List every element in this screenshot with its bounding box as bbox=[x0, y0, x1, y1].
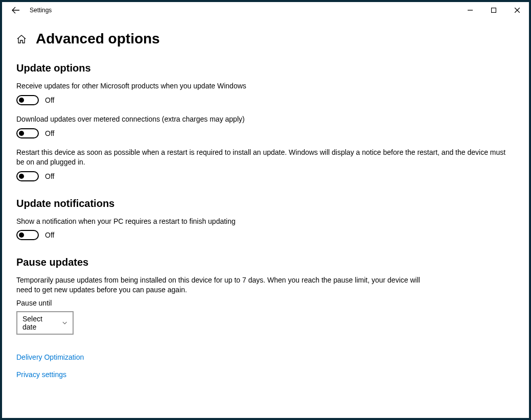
toggle-notify[interactable] bbox=[16, 230, 39, 240]
toggle-row-receive-updates: Off bbox=[16, 95, 515, 105]
maximize-icon bbox=[491, 8, 496, 13]
section-update-notifications-title: Update notifications bbox=[16, 198, 515, 209]
toggle-metered[interactable] bbox=[16, 128, 39, 138]
pause-until-label: Pause until bbox=[16, 299, 515, 307]
toggle-receive-updates-state: Off bbox=[45, 96, 54, 104]
pause-until-select[interactable]: Select date bbox=[16, 311, 74, 335]
home-icon bbox=[16, 34, 27, 44]
close-button[interactable] bbox=[505, 2, 529, 18]
maximize-button[interactable] bbox=[482, 2, 505, 18]
minimize-icon bbox=[468, 8, 473, 13]
toggle-notify-state: Off bbox=[45, 231, 54, 239]
home-button[interactable] bbox=[16, 34, 27, 44]
page-header: Advanced options bbox=[16, 31, 515, 47]
back-button[interactable] bbox=[11, 6, 20, 15]
titlebar: Settings bbox=[2, 2, 529, 18]
content-area: Advanced options Update options Receive … bbox=[2, 18, 529, 418]
setting-metered-desc: Download updates over metered connection… bbox=[16, 114, 515, 124]
arrow-left-icon bbox=[12, 6, 20, 14]
minimize-button[interactable] bbox=[458, 2, 482, 18]
toggle-metered-state: Off bbox=[45, 129, 54, 137]
toggle-restart[interactable] bbox=[16, 171, 39, 181]
toggle-receive-updates[interactable] bbox=[16, 95, 39, 105]
titlebar-left: Settings bbox=[2, 6, 52, 15]
window-controls bbox=[458, 2, 529, 18]
section-update-options-title: Update options bbox=[16, 62, 515, 74]
toggle-row-restart: Off bbox=[16, 171, 515, 181]
settings-window: Settings bbox=[0, 0, 531, 420]
chevron-down-icon bbox=[62, 320, 67, 326]
svg-rect-0 bbox=[492, 8, 496, 13]
close-icon bbox=[515, 8, 520, 13]
section-pause-updates-title: Pause updates bbox=[16, 256, 515, 268]
toggle-restart-state: Off bbox=[45, 172, 54, 180]
setting-notify-desc: Show a notification when your PC require… bbox=[16, 217, 515, 226]
link-delivery-optimization[interactable]: Delivery Optimization bbox=[16, 353, 515, 361]
setting-receive-updates-desc: Receive updates for other Microsoft prod… bbox=[16, 81, 515, 91]
app-title: Settings bbox=[30, 7, 52, 14]
pause-until-value: Select date bbox=[22, 315, 57, 331]
toggle-row-metered: Off bbox=[16, 128, 515, 138]
toggle-row-notify: Off bbox=[16, 230, 515, 240]
pause-updates-desc: Temporarily pause updates from being ins… bbox=[16, 275, 420, 295]
link-privacy-settings[interactable]: Privacy settings bbox=[16, 370, 515, 379]
page-title: Advanced options bbox=[36, 31, 160, 47]
setting-restart-desc: Restart this device as soon as possible … bbox=[16, 148, 515, 167]
